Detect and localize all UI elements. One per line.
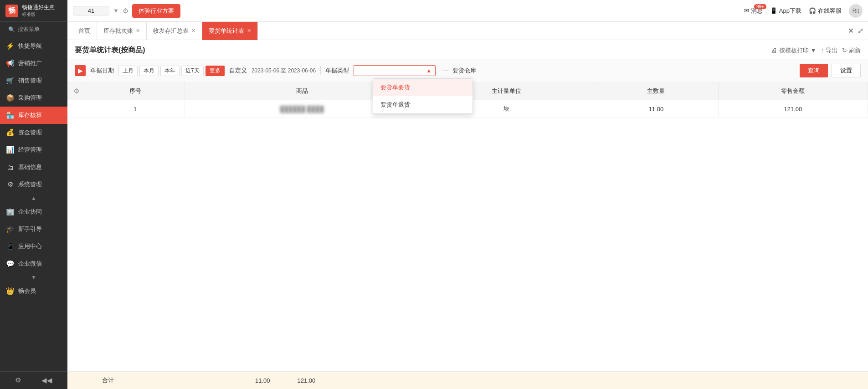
operations-icon: 📊 <box>5 146 15 154</box>
tab-close-icon[interactable]: ✕ <box>848 26 854 35</box>
sidebar-item-operations[interactable]: 📊 经营管理 <box>0 141 67 159</box>
scroll-down-arrow[interactable]: ▼ <box>0 272 67 282</box>
sidebar-item-label: 库存核算 <box>18 111 42 119</box>
page-inner: 要货单统计表(按商品) 🖨 按模板打印 ▼ ↑ 导出 ↻ 刷新 <box>67 40 868 389</box>
th-qty: 主数量 <box>594 82 719 100</box>
export-label: 导出 <box>826 46 837 55</box>
finance-icon: 💰 <box>5 128 15 137</box>
topbar: 41 ▼ ⚙ 体验行业方案 ✉ 消息 99+ 📱 App下载 🎧 在线客服 Ri… <box>67 0 868 22</box>
app-label: App下载 <box>779 7 801 15</box>
th-index: 序号 <box>86 82 185 100</box>
tab-summary-label: 收发存汇总表 <box>153 27 189 35</box>
td-index: 1 <box>86 100 185 118</box>
table-footer: 合计 11.00 121.00 <box>67 371 868 389</box>
th-amount: 零售金额 <box>718 82 868 100</box>
print-dropdown-icon[interactable]: ▼ <box>811 47 817 54</box>
sidebar-item-appstore[interactable]: 📱 应用中心 <box>0 238 67 255</box>
sidebar-item-enterprise[interactable]: 🏢 企业协同 <box>0 203 67 220</box>
type-select-arrow-icon: ▲ <box>426 67 431 74</box>
sidebar-item-label: 采购管理 <box>18 94 42 102</box>
search-label: 搜索菜单 <box>18 26 40 33</box>
page-header: 要货单统计表(按商品) 🖨 按模板打印 ▼ ↑ 导出 ↻ 刷新 <box>67 40 868 59</box>
user-avatar[interactable]: Rit <box>849 4 863 18</box>
type-label: 单据类型 <box>325 67 349 75</box>
page-content: 要货单统计表(按商品) 🖨 按模板打印 ▼ ↑ 导出 ↻ 刷新 <box>67 40 868 389</box>
settings-icon[interactable]: ⚙ <box>15 376 21 384</box>
query-btn[interactable]: 查询 <box>800 64 828 77</box>
filter-expand-btn[interactable]: ▶ <box>75 65 86 76</box>
message-btn[interactable]: ✉ 消息 99+ <box>744 7 763 15</box>
filter-recent-7-btn[interactable]: 近7天 <box>181 66 204 76</box>
type-dropdown: 要货单要货 要货单退货 <box>373 78 473 114</box>
collapse-icon[interactable]: ◀◀ <box>41 376 52 384</box>
purchase-icon: 📦 <box>5 94 15 102</box>
sidebar-item-guide[interactable]: 🎓 新手引导 <box>0 220 67 238</box>
print-btn[interactable]: 🖨 按模板打印 ▼ <box>771 46 817 55</box>
sidebar-item-basic[interactable]: 🗂 基础信息 <box>0 159 67 176</box>
scroll-up-arrow[interactable]: ▲ <box>0 193 67 203</box>
settings-btn[interactable]: 设置 <box>832 64 861 77</box>
print-label: 按模板打印 <box>779 46 809 55</box>
footer-amount: 121.00 <box>298 377 316 384</box>
export-btn[interactable]: ↑ 导出 <box>821 46 838 55</box>
sidebar-item-label: 应用中心 <box>18 242 42 251</box>
filter-this-month-btn[interactable]: 本月 <box>139 66 159 76</box>
sidebar-item-sales[interactable]: 🛒 销售管理 <box>0 72 67 89</box>
filter-more-btn[interactable]: 更多 <box>205 66 225 76</box>
sidebar-logo: 畅 畅捷通好生意 标准版 <box>0 0 67 22</box>
search-menu[interactable]: 🔍 搜索菜单 <box>0 22 67 37</box>
topbar-gear-icon[interactable]: ⚙ <box>123 7 128 15</box>
sidebar-item-label: 系统管理 <box>18 180 42 189</box>
print-icon: 🖨 <box>771 47 777 54</box>
tab-order-stats[interactable]: 要货单统计表 ✕ <box>202 22 258 40</box>
tab-batch[interactable]: 库存批次账 ✕ <box>97 22 147 40</box>
tab-home[interactable]: 首页 <box>72 22 97 40</box>
tab-summary-close[interactable]: ✕ <box>191 28 195 34</box>
app-download-btn[interactable]: 📱 App下载 <box>770 7 801 15</box>
logo-line2: 标准版 <box>22 11 55 17</box>
tabs-right-icons: ✕ ⤢ <box>848 26 863 35</box>
sidebar-item-weixin[interactable]: 💬 企业微信 <box>0 255 67 272</box>
tab-order-stats-close[interactable]: ✕ <box>247 28 251 34</box>
system-icon: ⚙ <box>5 180 15 189</box>
appstore-icon: 📱 <box>5 242 15 251</box>
trial-btn[interactable]: 体验行业方案 <box>132 4 180 18</box>
logo-line1: 畅捷通好生意 <box>22 4 55 11</box>
filter-type-select[interactable]: ▲ <box>354 65 436 76</box>
topbar-dropdown-icon[interactable]: ▼ <box>113 7 119 14</box>
sidebar-item-label: 销售管理 <box>18 77 42 85</box>
search-icon: 🔍 <box>8 26 15 33</box>
refresh-btn[interactable]: ↻ 刷新 <box>842 46 861 55</box>
td-amount: 121.00 <box>718 100 868 118</box>
sidebar-item-system[interactable]: ⚙ 系统管理 <box>0 176 67 193</box>
tab-summary[interactable]: 收发存汇总表 ✕ <box>147 22 202 40</box>
filter-date-btns: 上月 本月 本年 近7天 更多 <box>118 66 225 76</box>
sidebar-item-label: 快捷导航 <box>18 42 42 50</box>
logo-text: 畅捷通好生意 标准版 <box>22 4 55 17</box>
th-settings[interactable]: ⚙ <box>67 82 86 100</box>
dropdown-item-return[interactable]: 要货单退货 <box>373 96 473 113</box>
filter-last-month-btn[interactable]: 上月 <box>118 66 138 76</box>
sidebar-item-purchase[interactable]: 📦 采购管理 <box>0 89 67 107</box>
refresh-label: 刷新 <box>849 46 861 55</box>
warehouse-label: 要货仓库 <box>452 67 476 75</box>
filter-custom-label: 自定义 <box>229 67 247 75</box>
tab-expand-icon[interactable]: ⤢ <box>858 26 863 35</box>
table-settings-icon[interactable]: ⚙ <box>73 87 79 95</box>
sidebar-item-member[interactable]: 👑 畅会员 <box>0 282 67 300</box>
sidebar-item-label: 基础信息 <box>18 163 42 171</box>
sidebar-item-inventory[interactable]: 🏪 库存核算 <box>0 107 67 124</box>
sidebar-item-quick-nav[interactable]: ⚡ 快捷导航 <box>0 37 67 55</box>
marketing-icon: 📢 <box>5 59 15 67</box>
td-empty <box>67 100 86 118</box>
footer-qty: 11.00 <box>255 377 270 384</box>
filter-more-dots-icon[interactable]: ··· <box>442 67 448 75</box>
sidebar-item-marketing[interactable]: 📢 营销推广 <box>0 55 67 72</box>
filter-this-year-btn[interactable]: 本年 <box>160 66 180 76</box>
refresh-icon: ↻ <box>842 47 847 54</box>
dropdown-item-order[interactable]: 要货单要货 <box>373 79 473 96</box>
tab-batch-close[interactable]: ✕ <box>136 28 140 34</box>
sales-icon: 🛒 <box>5 77 15 85</box>
sidebar-item-finance[interactable]: 💰 资金管理 <box>0 124 67 141</box>
service-btn[interactable]: 🎧 在线客服 <box>809 7 842 15</box>
